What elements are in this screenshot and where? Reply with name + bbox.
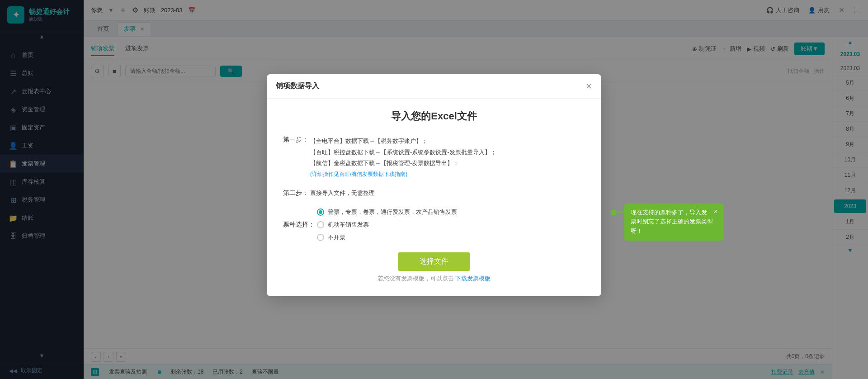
step1-line-3: 【航信】金税盘数据下载→【报税管理-发票数据导出】； bbox=[310, 158, 496, 169]
tooltip-container: × 现在支持的票种多了，导入发票时别忘了选择正确的发票类型呀！ bbox=[624, 203, 724, 240]
modal-main-title: 导入您的Excel文件 bbox=[283, 109, 585, 123]
tooltip-anchor: × 现在支持的票种多了，导入发票时别忘了选择正确的发票类型呀！ bbox=[624, 203, 724, 240]
modal-title: 销项数据导入 bbox=[276, 81, 319, 91]
step1-label: 第一步： bbox=[283, 136, 310, 180]
ticket-type-row: 票种选择： 普票，专票，卷票，通行费发票，农产品销售发票 bbox=[283, 208, 585, 241]
step1-link[interactable]: (详细操作见百旺/航信发票数据下载指南) bbox=[310, 169, 496, 180]
tooltip-bubble: × 现在支持的票种多了，导入发票时别忘了选择正确的发票类型呀！ bbox=[624, 203, 724, 240]
download-template-link[interactable]: 下载发票模版 bbox=[455, 275, 491, 281]
import-modal: 销项数据导入 ✕ 导入您的Excel文件 第一步： 【全电平台】数据下载→【税务… bbox=[267, 74, 601, 296]
select-file-button[interactable]: 选择文件 bbox=[398, 252, 470, 270]
modal-body: 导入您的Excel文件 第一步： 【全电平台】数据下载→【税务数字账户】； 【百… bbox=[267, 99, 601, 296]
radio-1-inner bbox=[319, 210, 322, 213]
ticket-label: 票种选择： bbox=[283, 220, 317, 228]
modal-close-button[interactable]: ✕ bbox=[585, 82, 592, 90]
radio-1-label: 普票，专票，卷票，通行费发票，农产品销售发票 bbox=[328, 208, 457, 216]
tooltip-line bbox=[614, 211, 624, 212]
radio-2-label: 机动车销售发票 bbox=[328, 220, 369, 228]
radio-option-3[interactable]: 不开票 bbox=[317, 233, 457, 241]
step2-row: 第二步： 直接导入文件，无需整理 bbox=[283, 188, 585, 199]
radio-option-2[interactable]: 机动车销售发票 bbox=[317, 220, 457, 228]
radio-group: 普票，专票，卷票，通行费发票，农产品销售发票 × 现在支持的票种多了，导入发票时… bbox=[317, 208, 457, 241]
radio-option-1[interactable]: 普票，专票，卷票，通行费发票，农产品销售发票 × 现在支持的票种多了，导入发票时… bbox=[317, 208, 457, 216]
tooltip-text: 现在支持的票种多了，导入发票时别忘了选择正确的发票类型呀！ bbox=[631, 208, 713, 234]
step2-content: 直接导入文件，无需整理 bbox=[310, 188, 375, 199]
modal-header: 销项数据导入 ✕ bbox=[267, 74, 601, 99]
step1-row: 第一步： 【全电平台】数据下载→【税务数字账户】； 【百旺】税控盘数据下载→【系… bbox=[283, 136, 585, 180]
tooltip-close-button[interactable]: × bbox=[714, 208, 717, 214]
radio-1-circle bbox=[317, 208, 324, 215]
radio-2-circle bbox=[317, 221, 324, 228]
footer-note-text: 若您没有发票模版，可以点击 bbox=[377, 275, 454, 281]
radio-3-circle bbox=[317, 233, 324, 241]
radio-3-label: 不开票 bbox=[328, 233, 345, 241]
step1-line-1: 【全电平台】数据下载→【税务数字账户】； bbox=[310, 136, 496, 147]
step2-label: 第二步： bbox=[283, 189, 310, 197]
step1-content: 【全电平台】数据下载→【税务数字账户】； 【百旺】税控盘数据下载→【系统设置-系… bbox=[310, 136, 496, 180]
step1-line-2: 【百旺】税控盘数据下载→【系统设置-系统参数设置-发票批量导入】； bbox=[310, 147, 496, 158]
modal-footer-note: 若您没有发票模版，可以点击 下载发票模版 bbox=[283, 274, 585, 282]
